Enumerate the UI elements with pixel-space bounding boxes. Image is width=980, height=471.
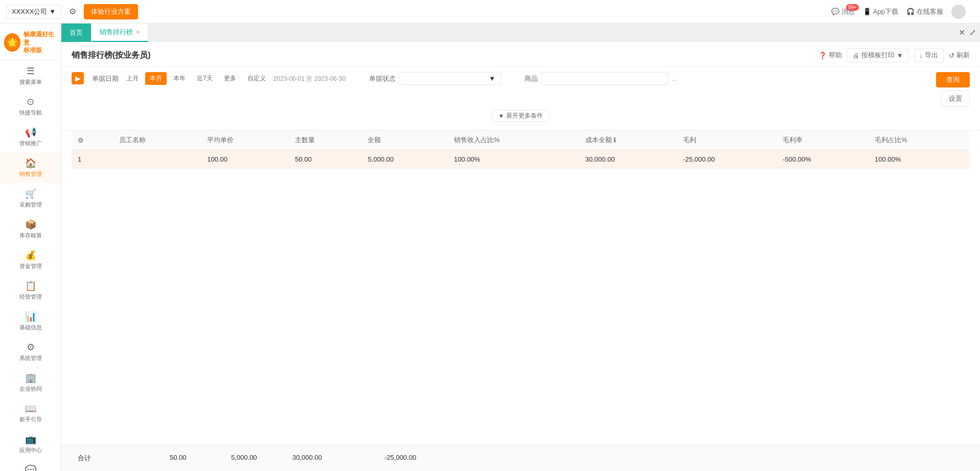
status-filter-label: 单据状态 (369, 74, 396, 83)
print-label: 按模板打印 (861, 51, 895, 60)
row-qty: 50.00 (289, 150, 361, 169)
logo-text: 畅康通好生意 标准版 (24, 31, 57, 55)
sidebar-item-basic[interactable]: 📊 基础信息 (0, 306, 61, 337)
sidebar-item-enterprise[interactable]: 🏢 企业协同 (0, 367, 61, 398)
query-button[interactable]: 查询 (936, 72, 970, 87)
export-label: 导出 (925, 51, 938, 60)
company-selector[interactable]: XXXXX公司 ▼ (6, 5, 61, 19)
date-year-btn[interactable]: 本年 (169, 72, 190, 85)
page-title: 销售排行榜(按业务员) (72, 50, 151, 61)
export-button[interactable]: ↓ 导出 (914, 48, 944, 62)
tab-sales-label: 销售排行榜 (100, 28, 133, 37)
finance-icon: 💰 (25, 250, 36, 261)
inventory-icon: 📦 (25, 219, 36, 230)
marketing-icon: 📢 (25, 127, 36, 138)
guide-icon: 📖 (25, 403, 36, 414)
sidebar-item-label: 新手引导 (19, 416, 42, 423)
expand-label: 展开更多条件 (506, 111, 543, 120)
footer-cost: 30,000.00 (286, 451, 378, 466)
sidebar-item-system[interactable]: ⚙ 系统管理 (0, 337, 61, 367)
sidebar-item-label: 库存核算 (19, 232, 42, 239)
trial-button[interactable]: 体验行业方案 (84, 4, 138, 19)
sidebar-item-label: 采购管理 (19, 201, 42, 209)
expand-more-button[interactable]: ▼ 展开更多条件 (491, 110, 551, 122)
filter-toggle-arrow[interactable]: ▶ (72, 72, 84, 84)
sidebar-item-apps[interactable]: 📺 应用中心 (0, 429, 61, 459)
sidebar-item-label: 应用中心 (19, 446, 42, 454)
sidebar-item-inventory[interactable]: 📦 库存核算 (0, 214, 61, 244)
expand-chevron-icon: ▼ (498, 113, 505, 120)
app-icon: 📱 (863, 8, 871, 15)
date-7days-btn[interactable]: 近7天 (192, 72, 217, 85)
sidebar-item-marketing[interactable]: 📢 营销推广 (0, 122, 61, 152)
app-download-button[interactable]: 📱 App下载 (863, 7, 898, 16)
help-label: 帮助 (829, 51, 842, 60)
tab-sales-ranking[interactable]: 销售排行榜 × (92, 24, 148, 42)
date-more-btn[interactable]: 更多 (219, 72, 241, 85)
col-profit-pct: 毛利占比% (869, 130, 970, 150)
quick-nav-icon: ⊙ (27, 96, 34, 107)
basic-icon: 📊 (25, 311, 36, 322)
sidebar-item-label: 经营管理 (19, 293, 42, 301)
col-settings[interactable]: ⚙ (72, 130, 113, 150)
sidebar-item-purchase[interactable]: 🛒 采购管理 (0, 183, 61, 214)
company-name: XXXXX公司 (12, 7, 47, 16)
col-amount: 全额 (361, 130, 448, 150)
message-icon: 💬 (831, 8, 839, 15)
sidebar-item-operation[interactable]: 📋 经营管理 (0, 275, 61, 306)
footer-qty: 50.00 (164, 451, 225, 466)
sidebar-item-label: 搜索菜单 (19, 78, 42, 86)
goods-input[interactable] (541, 72, 669, 85)
tab-home[interactable]: 首页 (61, 24, 92, 42)
row-sales-pct: 100.00% (448, 150, 579, 169)
wechat-icon: 💬 (25, 464, 36, 471)
sidebar-item-label: 快捷导航 (19, 109, 42, 117)
sidebar-item-label: 企业协同 (19, 385, 42, 393)
row-profit-rate: -500.00% (777, 150, 869, 169)
service-icon: 🎧 (906, 8, 915, 15)
tab-restore-icon[interactable]: ⤢ (969, 28, 976, 37)
row-avg-price: 100.00 (201, 150, 289, 169)
date-current-month-btn[interactable]: 本月 (145, 72, 167, 85)
row-profit: -25,000.00 (677, 150, 777, 169)
sidebar-item-search[interactable]: ☰ 搜索菜单 (0, 60, 61, 91)
date-range-display: 2023-06-01 至 2023-06-30 (274, 75, 346, 82)
refresh-label: 刷新 (956, 51, 970, 60)
row-cost: 30,000.00 (579, 150, 677, 169)
avatar[interactable] (951, 5, 966, 19)
logo-icon: 🌟 (4, 33, 20, 52)
help-button[interactable]: ❓ 帮助 (818, 51, 842, 60)
set-button[interactable]: 设置 (941, 91, 970, 107)
sidebar-item-guide[interactable]: 📖 新手引导 (0, 398, 61, 429)
sidebar-item-sales[interactable]: 🏠 销售管理 (0, 152, 61, 183)
print-button[interactable]: 🖨 按模板打印 ▼ (847, 48, 909, 62)
date-custom-btn[interactable]: 自定义 (243, 72, 270, 85)
sales-icon: 🏠 (25, 158, 36, 169)
tab-close-all-icon[interactable]: ✕ (959, 28, 965, 37)
status-select[interactable]: ▼ (399, 72, 501, 85)
message-badge: 99+ (846, 4, 859, 11)
print-icon: 🖨 (853, 52, 859, 59)
sidebar-logo: 🌟 畅康通好生意 标准版 (0, 24, 61, 60)
print-chevron-icon: ▼ (897, 52, 903, 59)
refresh-icon: ↺ (949, 52, 954, 59)
settings-icon[interactable]: ⚙ (65, 5, 80, 19)
sidebar-item-label: 系统管理 (19, 354, 42, 362)
sidebar-item-quick[interactable]: ⊙ 快捷导航 (0, 91, 61, 122)
more-filters-btn[interactable]: ... (672, 75, 677, 82)
date-prev-month-btn[interactable]: 上月 (122, 72, 143, 85)
tab-home-label: 首页 (70, 28, 83, 37)
row-profit-pct: 100.00% (869, 150, 970, 169)
purchase-icon: 🛒 (25, 188, 36, 199)
col-avg-price: 平均单价 (201, 130, 289, 150)
date-filter-label: 单据日期 (92, 74, 119, 83)
online-service-button[interactable]: 🎧 在线客服 (906, 7, 943, 16)
sidebar-item-finance[interactable]: 💰 资金管理 (0, 244, 61, 275)
row-name (113, 150, 201, 169)
sidebar-item-wechat[interactable]: 💬 企业微信 (0, 459, 61, 471)
refresh-button[interactable]: ↺ 刷新 (949, 51, 970, 60)
sidebar-item-label: 营销推广 (19, 140, 42, 147)
export-icon: ↓ (920, 52, 923, 59)
message-button[interactable]: 💬 消息 99+ (831, 7, 855, 16)
tab-close-icon[interactable]: × (136, 29, 140, 36)
